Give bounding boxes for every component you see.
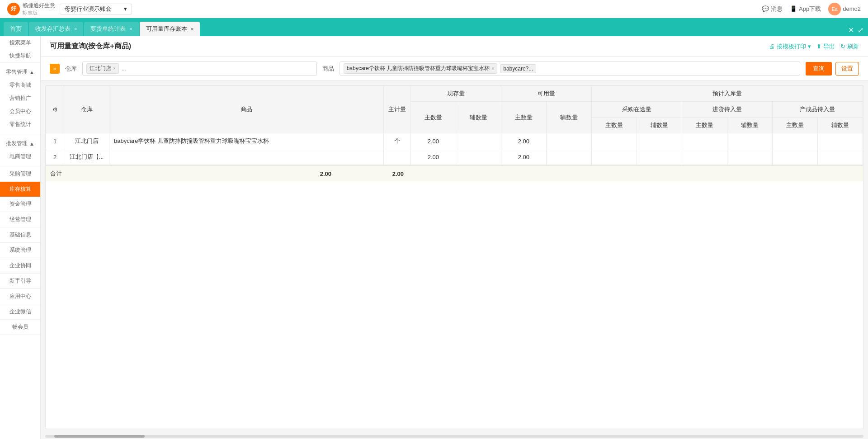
template-tag: 标准版 [23,9,55,16]
app-download-label: App下载 [799,5,821,13]
tab-order-stats-close[interactable]: × [129,26,132,32]
scroll-bar-area [41,434,868,439]
account-selector-label: 母婴行业演示账套 [65,5,112,13]
product-tag-2-text: babycare?... [503,66,533,72]
sidebar-item-inventory[interactable]: 库存核算 [0,182,40,197]
sidebar-item-enterprise-wechat[interactable]: 企业微信 [0,304,40,320]
tab-order-stats[interactable]: 要货单统计表 × [84,22,138,36]
tab-order-stats-label: 要货单统计表 [90,25,126,33]
footer-label: 合计 [50,170,86,178]
sidebar-item-marketing[interactable]: 营销推广 [0,92,40,105]
sidebar-item-vip[interactable]: 畅会员 [0,320,40,335]
warehouse-filter-input[interactable]: 江北门店 × ... [82,61,317,76]
account-selector[interactable]: 母婴行业演示账套 [60,4,132,14]
message-icon: 💬 [762,5,769,12]
cell-goods-main [682,149,727,165]
export-btn[interactable]: ⬆ 导出 [816,42,835,51]
product-filter-label: 商品 [322,65,334,73]
tab-bar-expand-icon[interactable]: ⤢ [858,26,863,34]
cell-available-main: 2.00 [501,149,546,165]
chevron-icon-2: ▲ [29,141,35,147]
warehouse-more[interactable]: ... [122,66,126,72]
cell-purchase-aux [637,149,682,165]
cell-goods-aux [727,133,772,149]
warehouse-tag-close[interactable]: × [113,66,116,71]
tab-receive-summary-label: 收发存汇总表 [35,25,71,33]
cell-index: 1 [46,133,64,149]
tab-bar-close-icon[interactable]: ✕ [848,26,854,34]
tab-available-inventory[interactable]: 可用量库存账本 × [140,22,200,36]
setting-button[interactable]: 设置 [835,62,859,76]
sidebar-item-purchase[interactable]: 采购管理 [0,166,40,182]
print-icon: 🖨 [769,43,775,50]
sidebar-item-retail-mall[interactable]: 零售商城 [0,79,40,92]
query-button[interactable]: 查询 [806,62,832,76]
template-print-btn[interactable]: 🖨 按模板打印 [769,42,811,51]
cell-stock-aux [456,133,501,149]
th-planned-group: 预计入库量 [591,86,863,102]
sidebar-search-menu[interactable]: 搜索菜单 [0,36,40,49]
cell-available-aux [546,133,591,149]
chevron-down-icon [124,5,127,12]
tab-receive-summary[interactable]: 收发存汇总表 × [29,22,83,36]
sidebar: 搜索菜单 快捷导航 零售管理 ▲ 零售商城 营销推广 会员中心 零售统计 批发管… [0,36,41,439]
footer-available-main: 2.00 [380,170,416,177]
cell-index: 2 [46,149,64,165]
scroll-track[interactable] [45,435,863,438]
sidebar-item-ecommerce[interactable]: 电商管理 [0,150,40,163]
top-bar-right: 💬 消息 📱 App下载 Ea demo2 [762,3,861,15]
refresh-btn[interactable]: ↻ 刷新 [840,42,859,51]
main-layout: 搜索菜单 快捷导航 零售管理 ▲ 零售商城 营销推广 会员中心 零售统计 批发管… [0,36,868,439]
sidebar-item-app-center[interactable]: 应用中心 [0,289,40,304]
user-profile[interactable]: Ea demo2 [828,3,861,15]
cell-finished-aux [817,133,863,149]
cell-product: babycare学饮杯 儿童防摔防撞吸管杯重力球吸嘴杯宝宝水杯 [109,133,384,149]
sidebar-quick-nav[interactable]: 快捷导航 [0,49,40,63]
th-available-main: 主数量 [501,102,546,133]
product-tag-2: babycare?... [500,64,536,73]
app-download-icon: 📱 [790,5,797,12]
sidebar-item-basic-info[interactable]: 基础信息 [0,227,40,243]
page-title: 可用量查询(按仓库+商品) [50,42,131,51]
cell-purchase-aux [637,133,682,149]
sidebar-item-member[interactable]: 会员中心 [0,105,40,118]
message-label: 消息 [771,5,783,13]
th-purchase-main: 主数量 [591,118,637,133]
product-tag-1-close[interactable]: × [491,66,494,71]
th-settings[interactable]: ⚙ [46,86,64,133]
filter-actions: 查询 设置 [806,62,859,76]
scroll-thumb[interactable] [54,435,145,438]
th-warehouse: 仓库 [64,86,109,133]
cell-stock-main: 2.00 [410,149,456,165]
expand-filter-btn[interactable]: » [50,64,60,74]
cell-available-aux [546,149,591,165]
tab-receive-summary-close[interactable]: × [74,26,77,32]
sidebar-item-retail-stats[interactable]: 零售统计 [0,118,40,131]
sidebar-item-enterprise[interactable]: 企业协同 [0,258,40,274]
sidebar-item-new-guide[interactable]: 新手引导 [0,274,40,289]
table-row: 1 江北门店 babycare学饮杯 儿童防摔防撞吸管杯重力球吸嘴杯宝宝水杯 个… [46,133,863,149]
page-header-actions: 🖨 按模板打印 ⬆ 导出 ↻ 刷新 [769,42,859,51]
refresh-label: 刷新 [847,42,859,51]
tab-home[interactable]: 首页 [4,22,28,36]
app-download-btn[interactable]: 📱 App下载 [790,5,821,13]
th-stock-aux: 辅数量 [456,102,501,133]
cell-available-main: 2.00 [501,133,546,149]
cell-purchase-main [591,149,637,165]
cell-warehouse: 江北门店 [64,133,109,149]
table-row: 2 江北门店【... 2.00 2.00 [46,149,863,165]
content-area: 可用量查询(按仓库+商品) 🖨 按模板打印 ⬆ 导出 ↻ 刷新 » [41,36,868,439]
product-filter-input[interactable]: babycare学饮杯 儿童防摔防撞吸管杯重力球吸嘴杯宝宝水杯 × babyca… [340,61,800,76]
user-initials: Ea [832,6,838,12]
sidebar-item-wholesale[interactable]: 批发管理 ▲ [0,137,40,150]
export-icon: ⬆ [816,43,821,50]
sidebar-item-operations[interactable]: 经营管理 [0,212,40,227]
tab-available-inventory-close[interactable]: × [191,26,193,32]
sidebar-item-system[interactable]: 系统管理 [0,243,40,258]
message-btn[interactable]: 💬 消息 [762,5,783,13]
th-purchase-aux: 辅数量 [637,118,682,133]
table-area: ⚙ 仓库 商品 主计量 现存量 可用量 预计入库量 主数量 辅数量 主数量 辅数… [45,85,863,429]
sidebar-item-finance[interactable]: 资金管理 [0,197,40,212]
tab-bar: 首页 收发存汇总表 × 要货单统计表 × 可用量库存账本 × ✕ ⤢ [0,18,868,36]
sidebar-item-retail[interactable]: 零售管理 ▲ [0,66,40,79]
